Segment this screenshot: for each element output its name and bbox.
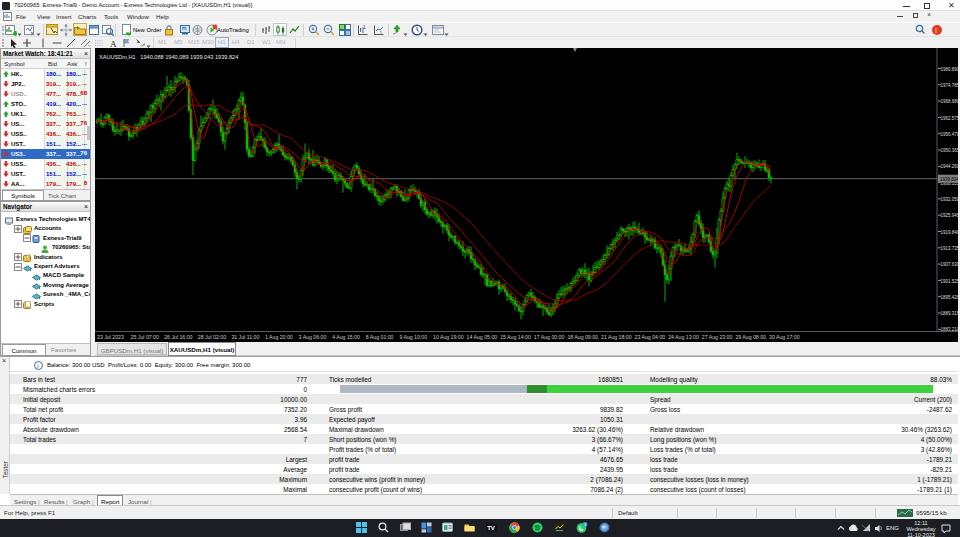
svg-text:1 Aug 20:00: 1 Aug 20:00: [265, 334, 293, 340]
svg-text:24 Aug 13:00: 24 Aug 13:00: [668, 334, 699, 340]
svg-text:25 Jul 07:00: 25 Jul 07:00: [131, 334, 159, 340]
svg-text:TV: TV: [487, 525, 495, 531]
svg-text:31 Jul 11:00: 31 Jul 11:00: [231, 334, 259, 340]
svg-text:1895.420: 1895.420: [941, 295, 959, 300]
svg-text:4 Aug 15:00: 4 Aug 15:00: [332, 334, 360, 340]
svg-text:1944.260: 1944.260: [941, 164, 959, 169]
svg-text:18 Aug 09:00: 18 Aug 09:00: [567, 334, 598, 340]
svg-text:28 Jul 02:00: 28 Jul 02:00: [198, 334, 226, 340]
svg-text:1925.945: 1925.945: [941, 213, 959, 218]
svg-text:8 Aug 01:00: 8 Aug 01:00: [366, 334, 394, 340]
svg-text:15 Aug 14:00: 15 Aug 14:00: [500, 334, 531, 340]
svg-text:1962.575: 1962.575: [941, 116, 959, 121]
svg-text:XAUUSDm,H1 1940.088 1940.089: XAUUSDm,H1 1940.088 1940.089 1939.043 19…: [99, 54, 238, 60]
svg-text:1932.050: 1932.050: [941, 197, 959, 202]
svg-text:3: 3: [584, 523, 586, 527]
svg-text:1974.785: 1974.785: [941, 83, 959, 88]
svg-text:1889.315: 1889.315: [941, 311, 959, 316]
svg-text:10 Aug 19:00: 10 Aug 19:00: [433, 334, 464, 340]
svg-text:1913.735: 1913.735: [941, 246, 959, 251]
svg-text:1919.840: 1919.840: [941, 230, 959, 235]
svg-text:1956.470: 1956.470: [941, 132, 959, 137]
svg-text:!: !: [935, 27, 937, 34]
svg-text:17 Aug 00:00: 17 Aug 00:00: [534, 334, 565, 340]
svg-text:1950.365: 1950.365: [941, 148, 959, 153]
svg-text:1968.680: 1968.680: [941, 99, 959, 104]
svg-text:1939.824: 1939.824: [940, 177, 958, 182]
svg-text:23 Aug 04:00: 23 Aug 04:00: [635, 334, 666, 340]
svg-text:14 Aug 05:00: 14 Aug 05:00: [467, 334, 498, 340]
svg-text:9 Aug 10:00: 9 Aug 10:00: [399, 334, 427, 340]
svg-text:1980.890: 1980.890: [941, 67, 959, 72]
svg-text:21 Aug 18:00: 21 Aug 18:00: [601, 334, 632, 340]
svg-text:1907.630: 1907.630: [941, 262, 959, 267]
svg-text:1: 1: [363, 24, 366, 30]
svg-text:30 Aug 17:00: 30 Aug 17:00: [769, 334, 800, 340]
svg-text:3 Aug 06:00: 3 Aug 06:00: [299, 334, 327, 340]
svg-text:27 Aug 23:00: 27 Aug 23:00: [702, 334, 733, 340]
svg-text:29 Aug 08:00: 29 Aug 08:00: [735, 334, 766, 340]
svg-text:1: 1: [380, 30, 383, 36]
svg-text:1901.525: 1901.525: [941, 279, 959, 284]
svg-text:1883.210: 1883.210: [941, 327, 959, 332]
svg-text:23 Jul 2023: 23 Jul 2023: [97, 334, 124, 340]
svg-text:i: i: [37, 362, 39, 369]
svg-text:26 Jul 16:00: 26 Jul 16:00: [164, 334, 192, 340]
svg-text:A: A: [110, 39, 117, 49]
